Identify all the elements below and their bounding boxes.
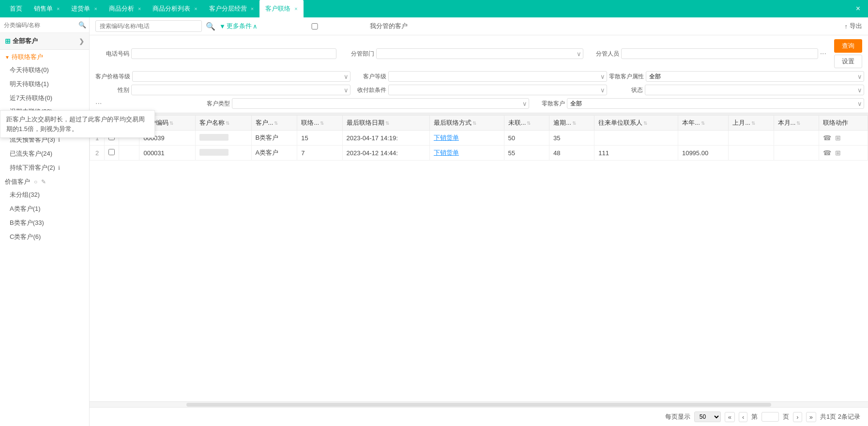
nav-purchase[interactable]: 进货单 ×	[65, 0, 103, 17]
retail-customer-input[interactable]	[567, 98, 864, 109]
collapse-icon[interactable]: ❯	[79, 38, 84, 45]
phone-action-icon[interactable]: ☎	[823, 134, 831, 142]
payment-input[interactable]	[388, 85, 608, 95]
export-icon: ↑	[845, 23, 848, 30]
chevron-up-icon: ∧	[253, 23, 258, 30]
row-action: ☎ ⊞	[819, 131, 868, 146]
nav-goods-analysis[interactable]: 商品分析 ×	[103, 0, 147, 17]
col-header-last-month[interactable]: 上月...⇅	[729, 116, 774, 131]
search-button[interactable]: 🔍	[206, 22, 215, 31]
sidebar-search-bar: 🔍	[0, 17, 89, 33]
export-button[interactable]: ↑ 导出	[845, 22, 863, 30]
expand-icon: ▼	[5, 55, 10, 60]
sidebar-item-lost[interactable]: 已流失客户(24)	[0, 147, 89, 161]
filter-row-4: ··· 客户类型 ∨ 零散客户 ∨	[95, 98, 862, 109]
settings-icon[interactable]: ✎	[41, 178, 46, 185]
row-overdue: 35	[549, 131, 594, 146]
close-sales-icon[interactable]: ×	[57, 0, 60, 17]
more-conditions-icon[interactable]: ···	[95, 99, 102, 108]
col-header-unreached[interactable]: 未联...⇅	[504, 116, 549, 131]
gender-input[interactable]	[131, 85, 350, 95]
row-checkbox-cell	[105, 146, 119, 161]
row-last-date: 2023-04-17 14:19:	[342, 131, 429, 146]
name-placeholder	[199, 134, 228, 141]
col-header-last-method[interactable]: 最后联络方式⇅	[429, 116, 504, 131]
global-close-button[interactable]: ×	[852, 4, 864, 13]
search-input[interactable]	[95, 20, 202, 32]
row-this-month	[774, 131, 819, 146]
col-header-category[interactable]: 客户...⇅	[251, 116, 297, 131]
more-action-icon[interactable]: ⊞	[835, 134, 841, 142]
close-customer-mgmt-icon[interactable]: ×	[251, 0, 254, 17]
query-button[interactable]: 查询	[834, 39, 862, 53]
row-checkbox[interactable]	[108, 149, 115, 155]
filter-customer-type: 客户类型 ∨	[196, 98, 527, 109]
grid-icon: ⊞	[5, 37, 11, 45]
col-header-contact-count[interactable]: 联络...⇅	[297, 116, 342, 131]
status-input[interactable]	[645, 85, 864, 95]
content-area: 🔍 ▼ 更多条件 ∧ 我分管的客户 ↑ 导出 电话号码	[90, 17, 868, 426]
last-page-button[interactable]: »	[806, 412, 816, 422]
col-header-this-year[interactable]: 本年...⇅	[678, 116, 728, 131]
nav-customer-contact[interactable]: 客户联络 ×	[259, 0, 303, 17]
row-contact-count: 15	[297, 131, 342, 146]
nav-sales[interactable]: 销售单 ×	[28, 0, 65, 17]
close-customer-contact-icon[interactable]: ×	[294, 0, 297, 17]
more-filters-button[interactable]: ▼ 更多条件 ∧	[219, 22, 258, 30]
tooltip-box: 距客户上次交易时长，超过了此客户的平均交易周期的1.5倍，则视为异常。	[0, 110, 90, 138]
col-header-overdue[interactable]: 逾期...⇅	[549, 116, 594, 131]
sidebar-all-customers-header[interactable]: ⊞ 全部客户 ❯	[0, 33, 89, 50]
sidebar-item-today[interactable]: 今天待联络(0)	[0, 63, 89, 77]
sidebar-item-a-class[interactable]: A类客户(1)	[0, 202, 89, 216]
row-unit-contact	[594, 131, 678, 146]
edit-icon[interactable]: ○	[34, 178, 37, 185]
sidebar-item-declining[interactable]: 持续下滑客户(2) ℹ	[0, 161, 89, 175]
more-action-icon2[interactable]: ⊞	[835, 149, 841, 157]
nav-home[interactable]: 首页	[4, 0, 28, 17]
price-grade-input[interactable]	[132, 71, 350, 82]
per-page-select[interactable]: 50 100 200	[694, 411, 721, 422]
customer-type-input[interactable]	[232, 98, 529, 109]
filter-customer-grade: 客户等级 ∨	[352, 71, 606, 82]
nav-customer-mgmt[interactable]: 客户分层经营 ×	[203, 0, 259, 17]
sidebar-item-ungroup[interactable]: 未分组(32)	[0, 188, 89, 202]
horizontal-scrollbar[interactable]	[90, 401, 868, 407]
customer-grade-input[interactable]	[388, 71, 608, 82]
filter-more: ···	[95, 99, 192, 108]
my-customers-checkbox[interactable]	[261, 23, 368, 29]
close-goods-analysis-icon[interactable]: ×	[138, 0, 141, 17]
table-body: 1 000039 B类客户	[90, 131, 868, 161]
phone-action-icon2[interactable]: ☎	[823, 149, 831, 157]
phone-input[interactable]	[131, 48, 336, 59]
col-header-last-date[interactable]: 最后联络日期⇅	[342, 116, 429, 131]
dept-input[interactable]	[376, 48, 583, 59]
filter-area: 电话号码 分管部门 ∨ 分管人员 ··· 查询 设置	[90, 35, 868, 113]
sidebar-pending-group[interactable]: ▼ 待联络客户	[0, 50, 89, 63]
sidebar-item-tomorrow[interactable]: 明天待联络(1)	[0, 77, 89, 91]
row-action: ☎ ⊞	[819, 146, 868, 161]
prev-page-button[interactable]: ‹	[739, 412, 747, 422]
col-header-name[interactable]: 客户名称⇅	[196, 116, 252, 131]
manager-input[interactable]	[621, 48, 818, 59]
next-page-button[interactable]: ›	[793, 412, 802, 422]
col-header-unit-contact[interactable]: 往来单位联系人⇅	[594, 116, 678, 131]
sidebar-search-icon[interactable]: 🔍	[78, 21, 86, 29]
scroll-track	[186, 403, 771, 407]
info-icon3: ℹ	[58, 165, 60, 171]
row-unreached: 55	[504, 146, 549, 161]
settings-button[interactable]: 设置	[834, 55, 862, 68]
retail-attr-input[interactable]	[646, 71, 864, 82]
sidebar-item-c-class[interactable]: C类客户(6)	[0, 230, 89, 244]
sidebar-item-7days[interactable]: 近7天待联络(0)	[0, 91, 89, 105]
sidebar-item-b-class[interactable]: B类客户(33)	[0, 216, 89, 230]
close-purchase-icon[interactable]: ×	[94, 0, 97, 17]
sidebar-value-group[interactable]: 价值客户 ○ ✎	[0, 175, 89, 188]
manager-more-icon[interactable]: ···	[820, 49, 826, 58]
col-header-this-month[interactable]: 本月...⇅	[774, 116, 819, 131]
first-page-button[interactable]: «	[725, 412, 735, 422]
close-goods-list-icon[interactable]: ×	[194, 0, 197, 17]
sidebar-search-input[interactable]	[4, 22, 76, 29]
nav-goods-list[interactable]: 商品分析列表 ×	[147, 0, 203, 17]
page-input[interactable]: 1	[761, 412, 779, 422]
pagination-bar: 每页显示 50 100 200 « ‹ 第 1 页 › » 共1页 2条记录	[90, 407, 868, 426]
